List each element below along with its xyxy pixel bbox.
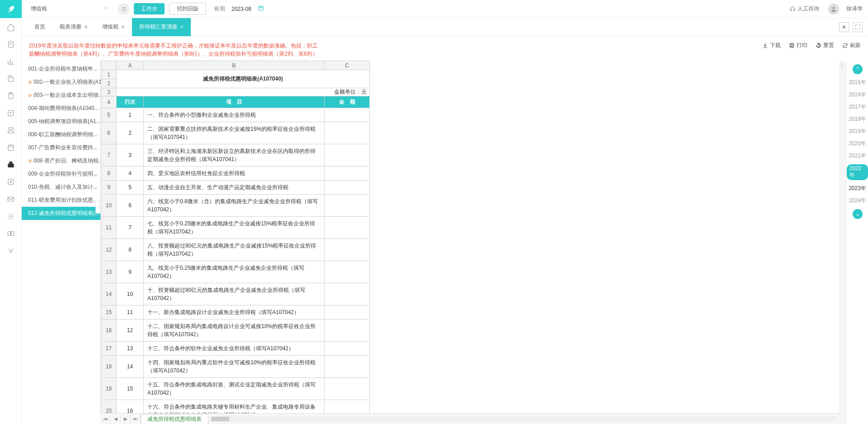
switch-old-button[interactable]: 切到旧版	[169, 3, 206, 15]
nav-bag-icon[interactable]	[6, 74, 15, 83]
year-item[interactable]: 2023年	[849, 185, 866, 192]
sheet-nav-first[interactable]: ⏮	[101, 415, 111, 422]
year-item[interactable]: 2017年	[849, 103, 866, 111]
tree-item[interactable]: 005-纳税调整项目明细表(A1...	[22, 115, 100, 128]
col-header[interactable]: B	[144, 61, 325, 70]
year-item[interactable]: 2019年	[849, 128, 866, 135]
calendar-icon[interactable]	[258, 5, 264, 13]
tree-item[interactable]: 010-免税、减计收入及加计...	[22, 181, 100, 194]
sheet-tab[interactable]: 减免所得税优惠明细表	[141, 414, 208, 424]
row-header[interactable]: 16	[101, 319, 117, 342]
row-header[interactable]: 19	[101, 378, 117, 400]
amount-cell[interactable]	[325, 122, 370, 144]
row-header[interactable]: 4	[101, 96, 117, 108]
tab-close-icon[interactable]: ✕	[121, 24, 125, 29]
amount-cell[interactable]	[325, 181, 370, 195]
app-logo[interactable]	[0, 0, 22, 18]
row-header[interactable]: 14	[101, 283, 117, 305]
row-header[interactable]: 10	[101, 195, 117, 217]
year-item[interactable]: 2018年	[849, 115, 866, 123]
row-header[interactable]: 20	[101, 400, 117, 414]
tab-首页[interactable]: 首页	[27, 18, 52, 36]
row-header[interactable]: 9	[101, 181, 117, 195]
amount-cell[interactable]	[325, 261, 370, 283]
tree-item[interactable]: 009-企业所得税弥补亏损明...	[22, 167, 100, 181]
row-header[interactable]: 1	[101, 70, 117, 79]
sheet-nav-next[interactable]: ▶	[121, 415, 131, 422]
period-value[interactable]: 2023-09	[231, 6, 251, 12]
tree-item[interactable]: 012-减免所得税优惠明细表(...	[22, 207, 100, 220]
tree-item[interactable]: ⊘008-资产折旧、摊销及纳税...	[22, 154, 100, 167]
nav-video-icon[interactable]	[6, 229, 15, 238]
nav-stamp-icon[interactable]	[6, 126, 15, 135]
tree-item[interactable]: 007-广告费和业务宣传费跨...	[22, 141, 100, 154]
nav-report-icon[interactable]	[6, 109, 15, 118]
row-header[interactable]: 11	[101, 217, 117, 239]
right-expand-handle[interactable]: 〉	[839, 61, 846, 424]
amount-cell[interactable]	[325, 378, 370, 400]
amount-cell[interactable]	[325, 400, 370, 414]
amount-cell[interactable]	[325, 319, 370, 342]
amount-cell[interactable]	[325, 305, 370, 319]
amount-cell[interactable]	[325, 283, 370, 305]
tree-collapse-handle[interactable]: 〈	[95, 201, 101, 214]
horizontal-scrollbar[interactable]	[211, 416, 836, 422]
nav-calendar-icon[interactable]	[6, 143, 15, 152]
list-button[interactable]	[118, 3, 129, 15]
nav-home-icon[interactable]	[6, 23, 15, 32]
tree-item[interactable]: 004-期间费用明细表(A1040...	[22, 102, 100, 115]
tab-close-icon[interactable]: ✕	[84, 24, 88, 29]
sheet-nav-prev[interactable]: ◀	[111, 415, 121, 422]
refresh-button[interactable]: 刷新	[842, 42, 861, 49]
row-header[interactable]: 6	[101, 122, 117, 144]
nav-v-icon[interactable]	[6, 246, 15, 255]
year-item[interactable]: 2021年	[849, 152, 866, 160]
support-link[interactable]: 人工咨询	[789, 5, 819, 13]
row-header[interactable]: 2	[101, 79, 117, 88]
print-button[interactable]: 打印	[789, 42, 807, 49]
tab-所得税汇算清缴[interactable]: 所得税汇算清缴✕	[132, 18, 191, 36]
nav-clipboard-icon[interactable]	[6, 91, 15, 100]
row-header[interactable]: 8	[101, 167, 117, 181]
row-header[interactable]: 3	[101, 88, 117, 96]
tab-close-all[interactable]: ✕	[839, 22, 849, 32]
year-item[interactable]: 2016年	[849, 91, 866, 99]
tab-增值税[interactable]: 增值税✕	[95, 18, 132, 36]
nav-doc-icon[interactable]	[6, 40, 15, 49]
row-header[interactable]: 15	[101, 305, 117, 319]
tree-item[interactable]: ⊘003-一般企业成本支出明细...	[22, 89, 100, 102]
username[interactable]: 徐泽华	[846, 5, 863, 13]
amount-cell[interactable]	[325, 342, 370, 356]
sheet-nav-last[interactable]: ⏭	[131, 415, 141, 422]
col-header[interactable]: A	[117, 61, 144, 70]
tree-item[interactable]: 001-企业所得税年度纳税申...	[22, 62, 100, 76]
row-header[interactable]: 13	[101, 261, 117, 283]
avatar[interactable]	[828, 4, 839, 14]
year-scroll-up[interactable]: ⌃	[853, 64, 863, 74]
module-dropdown[interactable]: 增值税 ﹀	[27, 3, 113, 14]
tree-item[interactable]: ⊘002-一般企业收入明细表(A1...	[22, 76, 100, 89]
tree-item[interactable]: 006-职工薪酬纳税调整明细...	[22, 128, 100, 141]
row-header[interactable]: 18	[101, 356, 117, 378]
nav-chart-icon[interactable]	[6, 57, 15, 66]
tab-税表清册[interactable]: 税表清册✕	[52, 18, 95, 36]
nav-tax-icon[interactable]	[6, 160, 15, 169]
year-item[interactable]: 2020年	[849, 140, 866, 148]
amount-cell[interactable]	[325, 144, 370, 167]
nav-transfer-icon[interactable]	[6, 177, 15, 186]
tree-item[interactable]: 011-研发费用加计扣除优惠...	[22, 194, 100, 207]
year-item[interactable]: 2015年	[849, 79, 866, 86]
col-header[interactable]: C	[325, 61, 370, 70]
amount-cell[interactable]	[325, 167, 370, 181]
tab-expand[interactable]: ⛶	[853, 22, 863, 32]
row-header[interactable]: 12	[101, 239, 117, 261]
row-header[interactable]: 7	[101, 144, 117, 167]
nav-settings-icon[interactable]	[6, 212, 15, 221]
amount-cell[interactable]	[325, 217, 370, 239]
amount-cell[interactable]	[325, 108, 370, 122]
row-header[interactable]: 5	[101, 108, 117, 122]
download-button[interactable]: 下载	[762, 42, 781, 49]
amount-cell[interactable]	[325, 195, 370, 217]
reset-button[interactable]: 重置	[816, 42, 834, 49]
amount-cell[interactable]	[325, 239, 370, 261]
